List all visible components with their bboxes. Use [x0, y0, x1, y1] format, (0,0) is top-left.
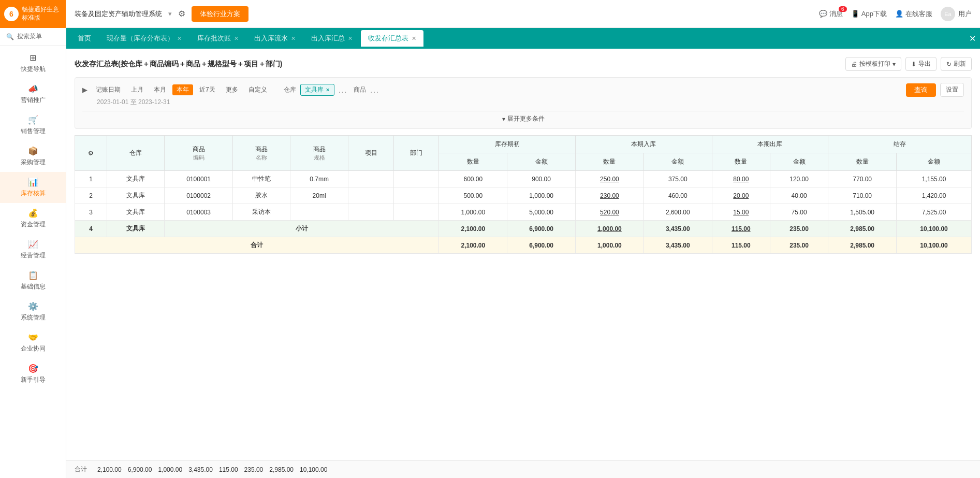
- expand-conditions[interactable]: ▾ 展开更多条件: [82, 111, 964, 123]
- row-in-qty[interactable]: 520.00: [576, 204, 644, 221]
- message-icon: 💬: [819, 10, 827, 18]
- date-opt-this-year[interactable]: 本年: [172, 84, 193, 95]
- online-service-link[interactable]: 👤 在线客服: [895, 9, 932, 19]
- trial-button[interactable]: 体验行业方案: [192, 6, 248, 22]
- date-opt-more[interactable]: 更多: [222, 84, 242, 95]
- marketing-icon: 📣: [28, 84, 38, 94]
- app-download-link[interactable]: 📱 App下载: [851, 9, 887, 19]
- logo-text: 畅捷通好生意 标准版: [22, 6, 59, 22]
- row-in-qty[interactable]: 230.00: [576, 187, 644, 204]
- subtotal-closing-amount: 10,100.00: [897, 221, 972, 237]
- row-goods-code: 0100003: [165, 204, 233, 221]
- date-opt-custom[interactable]: 自定义: [244, 84, 271, 95]
- sidebar-nav: ⊞ 快捷导航 📣 营销推广 🛒 销售管理 📦 采购管理 📊 库存核算 💰 资金管…: [0, 46, 66, 478]
- tab-close-recv-send[interactable]: ✕: [412, 35, 416, 42]
- subtotal-row: 4 文具库 小计 2,100.00 6,900.00 1,000.00 3,43…: [75, 221, 972, 237]
- search-label: 搜索菜单: [17, 32, 42, 41]
- sidebar-item-basic-info[interactable]: 📋 基础信息: [0, 265, 66, 296]
- print-icon: 🖨: [851, 61, 857, 68]
- th-settings[interactable]: ⚙: [75, 136, 107, 171]
- close-all-tabs[interactable]: ✕: [969, 34, 976, 44]
- goods-dots[interactable]: ...: [370, 86, 379, 94]
- date-opt-prev-month[interactable]: 上月: [127, 84, 148, 95]
- subtotal-out-qty[interactable]: 115.00: [712, 221, 770, 237]
- user-area[interactable]: Ea 用户: [941, 7, 972, 21]
- refresh-button[interactable]: ↻ 刷新: [941, 57, 972, 71]
- sidebar-item-quick-nav[interactable]: ⊞ 快捷导航: [0, 48, 66, 79]
- avatar: Ea: [941, 7, 955, 21]
- sidebar-item-label: 经营管理: [21, 251, 46, 260]
- row-closing-qty: 1,505.00: [828, 204, 897, 221]
- sidebar-item-label: 快捷导航: [21, 65, 46, 74]
- sidebar-item-label: 新手引导: [21, 375, 46, 384]
- gear-button[interactable]: ⚙: [178, 9, 185, 19]
- tab-home[interactable]: 首页: [70, 30, 98, 47]
- tab-recv-send-summary[interactable]: 收发存汇总表 ✕: [361, 30, 423, 47]
- row-opening-amount: 5,000.00: [507, 204, 576, 221]
- tab-batch-ledger[interactable]: 库存批次账 ✕: [190, 30, 246, 47]
- sidebar-search[interactable]: 🔍 搜索菜单: [0, 28, 66, 46]
- query-button[interactable]: 查询: [906, 83, 936, 97]
- export-icon: ⬇: [911, 61, 916, 68]
- settings-button[interactable]: 设置: [940, 83, 964, 97]
- tab-in-out-flow[interactable]: 出入库流水 ✕: [247, 30, 303, 47]
- sidebar-item-operations[interactable]: 📈 经营管理: [0, 234, 66, 265]
- export-button[interactable]: ⬇ 导出: [905, 57, 937, 71]
- sidebar-item-purchase[interactable]: 📦 采购管理: [0, 141, 66, 172]
- sidebar-item-label: 企业协同: [21, 344, 46, 353]
- footer-out-qty: 115.00: [219, 466, 238, 473]
- message-link[interactable]: 💬 消息 6: [819, 9, 843, 19]
- total-opening-amount: 6,900.00: [507, 237, 576, 254]
- row-warehouse: 文具库: [107, 187, 165, 204]
- sidebar-item-sales[interactable]: 🛒 销售管理: [0, 110, 66, 141]
- tab-batch-ledger-label: 库存批次账: [197, 34, 231, 43]
- tab-close-inventory-dist[interactable]: ✕: [177, 35, 182, 42]
- filter-collapse-icon[interactable]: ▶: [82, 86, 87, 94]
- row-project: [348, 171, 394, 187]
- print-button[interactable]: 🖨 按模板打印 ▾: [845, 57, 901, 71]
- warehouse-dots[interactable]: ...: [339, 86, 348, 94]
- warehouse-remove[interactable]: ✕: [326, 87, 330, 93]
- row-department: [393, 171, 439, 187]
- subtotal-in-qty[interactable]: 1,000.00: [576, 221, 644, 237]
- topbar-right: 💬 消息 6 📱 App下载 👤 在线客服 Ea 用户: [819, 7, 972, 21]
- tab-close-batch-ledger[interactable]: ✕: [234, 35, 239, 42]
- tab-inventory-dist[interactable]: 现存量（库存分布表） ✕: [99, 30, 189, 47]
- row-goods-spec: 20ml: [290, 187, 348, 204]
- row-out-qty[interactable]: 80.00: [712, 171, 770, 187]
- sidebar-item-system[interactable]: ⚙️ 系统管理: [0, 296, 66, 327]
- sidebar-item-cooperation[interactable]: 🤝 企业协同: [0, 327, 66, 358]
- tab-in-out-summary[interactable]: 出入库汇总 ✕: [304, 30, 360, 47]
- total-footer-label: 合计: [75, 465, 87, 474]
- footer-in-qty: 1,000.00: [158, 466, 182, 473]
- sidebar-item-marketing[interactable]: 📣 营销推广: [0, 79, 66, 110]
- row-opening-qty: 500.00: [439, 187, 507, 204]
- refresh-icon: ↻: [946, 61, 952, 68]
- total-closing-qty: 2,985.00: [828, 237, 897, 254]
- footer-opening-qty: 2,100.00: [97, 466, 122, 473]
- app-icon: 📱: [851, 10, 859, 18]
- warehouse-value: 文具库: [305, 85, 324, 94]
- th-opening-amount: 金额: [507, 153, 576, 171]
- subtotal-opening-qty: 2,100.00: [439, 221, 507, 237]
- row-out-qty[interactable]: 15.00: [712, 204, 770, 221]
- total-in-qty: 1,000.00: [576, 237, 644, 254]
- row-in-qty[interactable]: 250.00: [576, 171, 644, 187]
- sidebar-item-newbie[interactable]: 🎯 新手引导: [0, 358, 66, 389]
- date-label: 记账日期: [96, 85, 121, 94]
- row-out-qty[interactable]: 20.00: [712, 187, 770, 204]
- tab-close-in-out-summary[interactable]: ✕: [348, 35, 353, 42]
- cooperation-icon: 🤝: [28, 332, 38, 342]
- sidebar-item-label: 基础信息: [21, 282, 46, 291]
- sidebar-item-label: 库存核算: [21, 189, 46, 198]
- sidebar-item-finance[interactable]: 💰 资金管理: [0, 203, 66, 234]
- tab-close-in-out-flow[interactable]: ✕: [291, 35, 296, 42]
- th-goods-code: 商品编码: [165, 136, 233, 171]
- row-no: 2: [75, 187, 107, 204]
- date-opt-last7[interactable]: 近7天: [195, 84, 220, 95]
- row-goods-spec: [290, 204, 348, 221]
- sidebar-item-inventory[interactable]: 📊 库存核算: [0, 172, 66, 203]
- th-out-qty: 数量: [712, 153, 770, 171]
- date-opt-this-month[interactable]: 本月: [150, 84, 170, 95]
- tab-in-out-flow-label: 出入库流水: [254, 34, 288, 43]
